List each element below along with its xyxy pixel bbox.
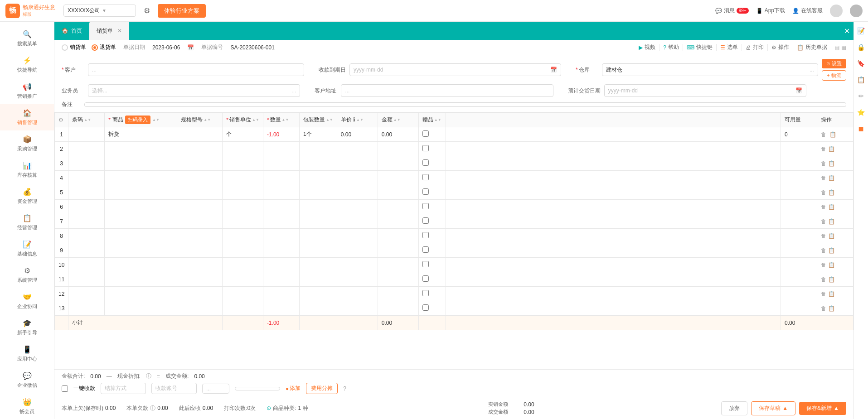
view-grid-icon[interactable]: ▦ bbox=[841, 44, 846, 51]
gift-checkbox[interactable] bbox=[422, 217, 429, 224]
right-panel-orange-icon[interactable]: ■ bbox=[856, 123, 867, 134]
copy-icon[interactable]: 📋 bbox=[828, 305, 835, 312]
delete-icon[interactable]: 🗑 bbox=[821, 175, 826, 181]
cell-spec[interactable] bbox=[177, 127, 223, 142]
copy-icon[interactable]: 📋 bbox=[829, 131, 836, 138]
gift-checkbox[interactable] bbox=[422, 159, 429, 166]
gift-checkbox[interactable] bbox=[422, 188, 429, 195]
delete-icon[interactable]: 🗑 bbox=[821, 262, 826, 268]
amount-field[interactable] bbox=[235, 387, 280, 390]
calc-method-select[interactable]: 结算方式 bbox=[101, 383, 146, 394]
tab-close-icon[interactable]: ✕ bbox=[117, 28, 122, 34]
account-select[interactable]: 收款账号 bbox=[151, 383, 197, 394]
delete-icon[interactable]: 🗑 bbox=[821, 276, 826, 283]
sidebar-item-marketing[interactable]: 📢 营销推广 bbox=[0, 78, 54, 104]
copy-icon[interactable]: 📋 bbox=[828, 146, 835, 152]
sidebar-item-search[interactable]: 🔍 搜索菜单 bbox=[0, 25, 54, 52]
copy-icon[interactable]: 📋 bbox=[828, 233, 835, 239]
copy-icon[interactable]: 📋 bbox=[828, 189, 835, 196]
delete-icon[interactable]: 🗑 bbox=[821, 291, 826, 297]
cell-barcode[interactable] bbox=[68, 127, 105, 142]
logistics-button[interactable]: + 物流 bbox=[822, 70, 846, 81]
cell-pack-qty[interactable]: 1个 bbox=[299, 127, 337, 142]
delete-icon[interactable]: 🗑 bbox=[821, 146, 826, 152]
copy-icon[interactable]: 📋 bbox=[828, 204, 835, 210]
right-panel-clipboard-icon[interactable]: 📋 bbox=[856, 74, 867, 85]
gift-checkbox[interactable] bbox=[422, 145, 429, 151]
gift-checkbox[interactable] bbox=[422, 174, 429, 180]
delete-icon[interactable]: 🗑 bbox=[821, 131, 826, 138]
message-button[interactable]: 💬 消息 99+ bbox=[715, 7, 749, 14]
scan-button[interactable]: 扫码录入 bbox=[125, 116, 150, 124]
gift-checkbox[interactable] bbox=[422, 203, 429, 209]
online-service-button[interactable]: 👤 在线客服 bbox=[792, 7, 823, 14]
cell-unit-price[interactable]: 0.00 bbox=[337, 127, 378, 142]
right-panel-star-icon[interactable]: ⭐ bbox=[856, 107, 867, 118]
copy-icon[interactable]: 📋 bbox=[828, 262, 835, 268]
save-new-button[interactable]: 保存&新增 ▲ bbox=[799, 402, 846, 415]
warehouse-input[interactable]: 建材仓 ... bbox=[602, 63, 818, 76]
sidebar-item-finance[interactable]: 💰 资金管理 bbox=[0, 183, 54, 209]
app-download-button[interactable]: 📱 App下载 bbox=[756, 7, 785, 14]
delete-icon[interactable]: 🗑 bbox=[821, 189, 826, 196]
sidebar-item-corpwechat[interactable]: 💬 企业微信 bbox=[0, 367, 54, 393]
gift-checkbox[interactable] bbox=[422, 304, 429, 311]
copy-icon[interactable]: 📋 bbox=[828, 160, 835, 167]
shortcut-action[interactable]: ⌨ 快捷键 bbox=[687, 43, 713, 51]
history-action[interactable]: 📋 历史单据 bbox=[797, 43, 827, 51]
gift-checkbox[interactable] bbox=[422, 232, 429, 238]
sidebar-item-appcenter[interactable]: 📱 应用中心 bbox=[0, 341, 54, 367]
operation-action[interactable]: ⚙ 操作 bbox=[771, 43, 789, 51]
one-click-pay-checkbox[interactable] bbox=[62, 385, 68, 392]
delivery-cal-icon[interactable]: 📅 bbox=[795, 87, 802, 94]
cell-product[interactable]: 拆货 bbox=[105, 127, 177, 142]
sidebar-item-system[interactable]: ⚙ 系统管理 bbox=[0, 262, 54, 288]
fee-split-button[interactable]: 费用分摊 bbox=[306, 383, 338, 394]
view-list-icon[interactable]: ▤ bbox=[834, 44, 839, 51]
close-window-icon[interactable]: ✕ bbox=[844, 27, 850, 35]
settings-gear-button[interactable]: ⚙ bbox=[140, 4, 154, 18]
delete-icon[interactable]: 🗑 bbox=[821, 233, 826, 239]
delivery-date-input[interactable]: yyyy-mm-dd 📅 bbox=[604, 84, 806, 97]
save-draft-button[interactable]: 保存草稿 ▲ bbox=[751, 401, 795, 415]
remark-input[interactable] bbox=[84, 102, 846, 107]
salesperson-input[interactable]: 选择... ... bbox=[88, 84, 300, 97]
cell-amount[interactable]: 0.00 bbox=[378, 127, 418, 142]
copy-icon[interactable]: 📋 bbox=[828, 247, 835, 254]
right-panel-lock-icon[interactable]: 🔒 bbox=[856, 42, 867, 53]
select-action[interactable]: ☰ 选单 bbox=[720, 43, 738, 51]
copy-icon[interactable]: 📋 bbox=[828, 175, 835, 181]
right-panel-notes-icon[interactable]: 📝 bbox=[856, 25, 867, 36]
gift-checkbox[interactable] bbox=[422, 290, 429, 296]
print-action[interactable]: 🖨 打印 bbox=[746, 43, 764, 51]
receipt-date-input[interactable]: yyyy-mm-dd 📅 bbox=[349, 63, 561, 76]
cell-qty[interactable]: -1.00 bbox=[263, 127, 299, 142]
right-panel-edit-icon[interactable]: ✏ bbox=[856, 91, 867, 101]
sidebar-item-basic[interactable]: 📝 基础信息 bbox=[0, 236, 54, 262]
company-select[interactable]: XXXXXX公司 ▼ bbox=[63, 5, 136, 17]
abandon-button[interactable]: 放弃 bbox=[721, 401, 747, 415]
sidebar-item-sales[interactable]: 🏠 销售管理 bbox=[0, 104, 54, 130]
cell-unit[interactable]: 个 bbox=[223, 127, 263, 142]
avatar[interactable] bbox=[830, 5, 843, 17]
delete-icon[interactable]: 🗑 bbox=[821, 204, 826, 210]
gift-checkbox[interactable] bbox=[422, 261, 429, 267]
tab-sales-order[interactable]: 销货单 ✕ bbox=[89, 22, 129, 40]
add-button[interactable]: ● 添加 bbox=[286, 385, 301, 392]
delete-icon[interactable]: 🗑 bbox=[821, 247, 826, 254]
right-panel-bookmark-icon[interactable]: 🔖 bbox=[856, 58, 867, 69]
copy-icon[interactable]: 📋 bbox=[828, 291, 835, 297]
amount-input[interactable]: ... bbox=[202, 384, 229, 394]
date-calendar-icon[interactable]: 📅 bbox=[187, 44, 194, 51]
sidebar-item-vip[interactable]: 👑 畅会员 bbox=[0, 393, 54, 419]
address-input[interactable]: ... bbox=[341, 84, 553, 97]
delete-icon[interactable]: 🗑 bbox=[821, 160, 826, 167]
sidebar-item-quick-nav[interactable]: ⚡ 快捷导航 bbox=[0, 52, 54, 78]
sidebar-item-business[interactable]: 📋 经营管理 bbox=[0, 209, 54, 236]
sidebar-item-enterprise[interactable]: 🤝 企业协同 bbox=[0, 288, 54, 314]
trial-button[interactable]: 体验行业方案 bbox=[158, 4, 206, 18]
table-gear-icon[interactable]: ⚙ bbox=[58, 117, 63, 123]
gift-checkbox[interactable] bbox=[422, 130, 429, 137]
delete-icon[interactable]: 🗑 bbox=[821, 218, 826, 225]
tab-home[interactable]: 🏠 首页 bbox=[54, 22, 89, 40]
